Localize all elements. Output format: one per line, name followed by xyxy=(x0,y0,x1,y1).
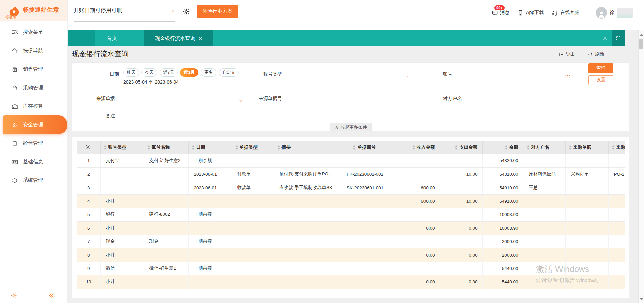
brand-name: 畅捷通好生意 xyxy=(23,6,59,14)
avatar xyxy=(596,7,607,19)
date-pill[interactable]: 昨天 xyxy=(123,68,139,77)
date-pill[interactable]: 近7天 xyxy=(160,68,178,77)
refresh-button[interactable]: 刷新 xyxy=(588,51,604,57)
source-doc-select[interactable] xyxy=(123,97,245,105)
close-all-tabs-button[interactable] xyxy=(598,30,612,46)
table-cell xyxy=(274,262,334,275)
headset-icon xyxy=(552,10,558,16)
document-link[interactable]: FK-20230601-001 xyxy=(347,172,383,177)
table-cell: 1 xyxy=(77,154,100,167)
sidebar-item-home[interactable]: 快捷导航 xyxy=(0,41,67,60)
date-pill[interactable]: 今天 xyxy=(141,68,157,77)
table-cell: 54910.00 xyxy=(482,181,523,194)
settings-button[interactable]: 设置 xyxy=(588,75,613,85)
table-cell: 4 xyxy=(77,194,100,208)
scroll-down-arrow[interactable] xyxy=(640,298,643,300)
column-header[interactable]: 单据类型 xyxy=(232,141,274,154)
date-pill[interactable]: 更多 xyxy=(201,68,216,77)
column-header-label: 收入金额 xyxy=(417,144,435,150)
table-cell: 小计 xyxy=(100,248,144,262)
query-button[interactable]: 查询 xyxy=(588,63,613,73)
column-header[interactable]: 来源单据 xyxy=(565,141,608,154)
topbar-gear-icon[interactable] xyxy=(183,8,190,15)
table-cell: 上期余额 xyxy=(188,235,232,248)
table-cell xyxy=(144,275,188,289)
sidebar-item-business[interactable]: 经营管理 xyxy=(0,134,67,153)
collapse-more-filters-button[interactable]: 收起更多条件 xyxy=(330,123,372,131)
fullscreen-button[interactable] xyxy=(612,30,625,46)
tab-home[interactable]: 首页 xyxy=(95,30,129,46)
column-settings-gear[interactable] xyxy=(77,141,100,154)
column-header[interactable]: 单据编号 xyxy=(334,141,397,154)
column-header[interactable]: 来源单据号 xyxy=(608,141,625,154)
sidebar-item-search-menu[interactable]: 搜索菜单 xyxy=(0,23,67,41)
scrollbar-thumb[interactable] xyxy=(639,39,643,49)
column-header-label: 余额 xyxy=(509,144,518,150)
online-service-button[interactable]: 在线客服 xyxy=(552,10,579,16)
tab-cash-bank-flow[interactable]: 现金银行流水查询 xyxy=(144,30,213,46)
table-cell: 支付宝-好生意2 xyxy=(144,154,188,167)
sidebar-item-sales[interactable]: 销售管理 xyxy=(0,60,67,78)
tab-close-icon[interactable] xyxy=(198,36,203,41)
account-set-select[interactable]: 开账日期可停用可删 xyxy=(74,5,175,22)
vertical-scrollbar[interactable] xyxy=(638,30,644,303)
column-header[interactable]: 支出金额 xyxy=(440,141,482,154)
table-cell: 10 xyxy=(77,275,100,289)
sidebar-item-system[interactable]: 系统管理 xyxy=(0,171,67,190)
account-type-label: 账号类型 xyxy=(263,71,282,77)
document-link[interactable]: SK-20230601-001 xyxy=(347,185,384,190)
sort-arrows-icon xyxy=(353,145,356,150)
ellipsis-more-icon[interactable] xyxy=(565,73,571,79)
trial-plan-button[interactable]: 体验行业方案 xyxy=(197,5,238,18)
account-input[interactable] xyxy=(459,72,578,81)
date-range-value[interactable]: 2023-05-04 至 2023-06-04 xyxy=(123,79,179,86)
table-cell xyxy=(144,221,188,235)
subtotal-row: 10小计0.000.005440.00 xyxy=(77,275,625,289)
table-cell: 600.00 xyxy=(397,194,440,208)
column-header[interactable]: 账号类型 xyxy=(100,141,144,154)
account-type-select[interactable] xyxy=(286,72,411,81)
column-header[interactable]: 账号名称 xyxy=(144,141,188,154)
table-cell: 上期余额 xyxy=(188,154,232,167)
source-doc-no-input[interactable] xyxy=(291,97,411,105)
date-pill[interactable]: 近1月 xyxy=(180,68,198,77)
user-menu[interactable]: 徐 xyxy=(596,7,633,19)
subtotal-row: 8小计0.000.002000.00 xyxy=(77,248,625,262)
column-header[interactable]: 日期 xyxy=(188,141,232,154)
remark-input[interactable] xyxy=(123,114,245,123)
sort-arrows-icon xyxy=(505,145,508,150)
sidebar-item-baseinfo[interactable]: 基础信息 xyxy=(0,153,67,171)
table-cell: 6 xyxy=(77,221,100,235)
inventory-icon xyxy=(11,103,18,110)
table-cell xyxy=(440,235,482,248)
date-pill[interactable]: 自定义 xyxy=(219,68,239,77)
export-button[interactable]: 导出 xyxy=(558,51,575,57)
system-icon xyxy=(11,177,18,184)
sidebar-item-inventory[interactable]: 库存核算 xyxy=(0,97,67,115)
column-header[interactable]: 收入金额 xyxy=(397,141,440,154)
sidebar-item-funds[interactable]: 资金管理 xyxy=(3,115,67,134)
messages-button[interactable]: 消息 99+ xyxy=(492,10,509,16)
document-link[interactable]: PO-2 xyxy=(614,172,625,177)
scroll-up-arrow[interactable] xyxy=(640,34,643,36)
app-download-button[interactable]: App下载 xyxy=(517,10,544,16)
sidebar-collapse-icon[interactable] xyxy=(48,292,55,299)
table-row: 22023-06-01付款单预付款-支付采购订单PO-FK-20230601-0… xyxy=(77,167,625,181)
table-cell xyxy=(334,248,397,262)
column-header[interactable]: 摘要 xyxy=(274,141,334,154)
column-header[interactable]: 对方户名 xyxy=(523,141,565,154)
table-cell xyxy=(232,208,274,221)
sidebar-settings-gear-icon[interactable] xyxy=(11,292,17,299)
table-cell: 建行-8002 xyxy=(144,208,188,221)
table-cell: 支付宝 xyxy=(100,154,144,167)
table-cell xyxy=(188,248,232,262)
table-cell xyxy=(144,194,188,208)
counterparty-input[interactable] xyxy=(459,97,578,105)
sidebar-item-purchase[interactable]: 采购管理 xyxy=(0,78,67,97)
sort-arrows-icon xyxy=(612,145,615,150)
chevron-down-icon xyxy=(170,9,175,14)
column-header[interactable]: 余额 xyxy=(482,141,523,154)
table-cell xyxy=(334,208,397,221)
table-cell xyxy=(608,262,625,275)
divider xyxy=(587,8,587,17)
